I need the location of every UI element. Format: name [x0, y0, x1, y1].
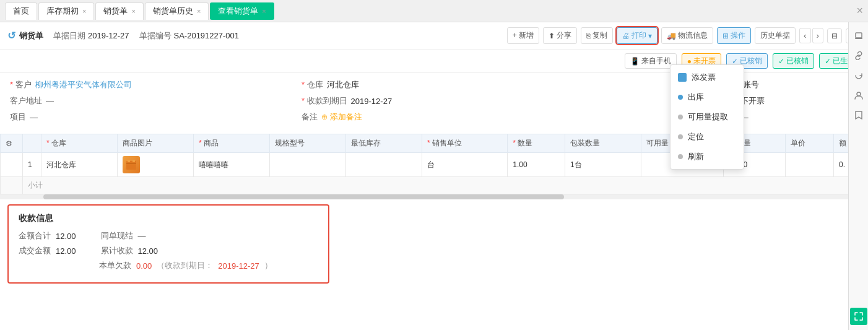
owed-value: 0.00	[136, 261, 152, 271]
share-icon: ⬆	[549, 32, 555, 40]
col-seq	[23, 134, 41, 153]
refresh-icon[interactable]	[850, 67, 867, 84]
address-label: 客户地址	[10, 95, 42, 106]
summary-box: 收款信息 金额合计 12.00 同单现结 — 成交金额 12.00 累计收款 1…	[7, 204, 329, 284]
warehouse-field: 仓库 河北仓库	[302, 79, 566, 90]
payment-due-field: 收款到期日 2019-12-27	[302, 95, 566, 106]
doc-meta: 单据日期 2019-12-27 单据编号 SA-20191227-001	[53, 30, 239, 41]
add-note-button[interactable]: 添加备注	[321, 111, 362, 123]
close-icon[interactable]: ×	[82, 7, 86, 15]
total-amount-value: 12.00	[56, 232, 76, 241]
transaction-value: 12.00	[56, 246, 76, 256]
print-dropdown-arrow: ▾	[648, 32, 652, 40]
col-warehouse: 仓库	[41, 134, 118, 153]
summary-cumulative-payment: 累计收款 12.00	[101, 245, 158, 256]
warehouse-label: 仓库	[302, 79, 323, 90]
row-qty: 1.00	[508, 153, 565, 177]
same-order-label: 同单现结	[101, 230, 133, 241]
operations-button[interactable]: ⊞ 操作	[717, 27, 751, 44]
user-icon[interactable]	[850, 87, 867, 104]
doc-number-label: 单据编号	[139, 30, 171, 41]
project-label: 项目	[10, 111, 26, 123]
doc-number-value: SA-20191227-001	[174, 31, 240, 40]
col-spec: 规格型号	[270, 134, 346, 153]
subtotal-label: 小计	[23, 177, 868, 194]
col-pack-qty: 包装数量	[565, 134, 641, 153]
operations-dropdown: 添发票 出库 可用量提取 定位 刷新	[670, 64, 744, 170]
truck-icon: 🚚	[667, 32, 676, 40]
main-content: ↺ 销货单 单据日期 2019-12-27 单据编号 SA-20191227-0…	[0, 22, 868, 330]
tab-bar-close[interactable]: ×	[856, 4, 863, 17]
logistics-button[interactable]: 🚚 物流信息	[661, 27, 713, 44]
address-value: —	[46, 97, 95, 106]
warehouse-value[interactable]: 河北仓库	[327, 79, 376, 90]
tab-inventory-init[interactable]: 库存期初 ×	[38, 2, 94, 20]
transaction-label: 成交金额	[19, 245, 51, 256]
salesperson2-value: —	[740, 113, 790, 122]
subtotal-row: 小计	[1, 177, 868, 194]
edit-icon[interactable]	[850, 27, 867, 45]
col-qty: 数量	[508, 134, 565, 153]
doc-date-field: 单据日期 2019-12-27	[53, 30, 129, 41]
new-button[interactable]: + 新增	[507, 27, 539, 44]
history-button[interactable]: 历史单据	[755, 27, 796, 44]
already-sold-button[interactable]: ✓ 已核销	[773, 53, 814, 69]
expand-icon[interactable]	[850, 308, 867, 325]
svg-point-6	[857, 92, 861, 96]
check2-icon: ✓	[778, 57, 784, 66]
summary-transaction-amount: 成交金额 12.00	[19, 245, 76, 256]
row-seq: 1	[23, 153, 41, 177]
share-button[interactable]: ⬆ 分享	[543, 27, 577, 44]
doc-title-area: ↺ 销货单	[7, 30, 43, 41]
summary-row-3: 本单欠款 0.00 （收款到期日：2019-12-27）	[19, 260, 318, 271]
tab-view-sales[interactable]: 查看销货单 ×	[210, 2, 274, 20]
customer-value[interactable]: 柳州粤港平安气体有限公司	[35, 79, 132, 90]
dropdown-locate[interactable]: 定位	[671, 127, 744, 147]
available-dot-icon	[678, 115, 683, 119]
copy-button[interactable]: ⎘ 复制	[581, 27, 613, 44]
col-product: 商品	[194, 134, 270, 153]
tab-sales-order-history[interactable]: 销货单历史 ×	[145, 2, 209, 20]
row-product-img	[118, 153, 194, 177]
product-thumbnail	[123, 156, 140, 173]
owed-note: （收款到期日：	[157, 260, 213, 271]
summary-row-2: 成交金额 12.00 累计收款 12.00	[19, 245, 318, 256]
summary-total-amount: 金额合计 12.00	[19, 230, 76, 241]
row-settings	[1, 153, 23, 177]
close-icon[interactable]: ×	[131, 7, 135, 15]
invoice-square-icon	[678, 73, 687, 82]
doc-header: ↺ 销货单 单据日期 2019-12-27 单据编号 SA-20191227-0…	[0, 22, 868, 50]
address-field: 客户地址 —	[10, 95, 275, 106]
refresh-dot-icon	[678, 154, 683, 159]
total-amount-label: 金额合计	[19, 230, 51, 241]
dropdown-refresh[interactable]: 刷新	[671, 147, 744, 167]
link-icon[interactable]	[850, 47, 867, 64]
payment-due-value: 2019-12-27	[351, 97, 401, 106]
summary-title: 收款信息	[19, 213, 318, 224]
tab-home[interactable]: 首页	[5, 2, 37, 20]
locate-dot-icon	[678, 134, 683, 139]
col-min-stock: 最低库存	[346, 134, 422, 153]
dropdown-outbound[interactable]: 出库	[671, 87, 744, 107]
tab-sales-order[interactable]: 销货单 ×	[95, 2, 143, 20]
note-label: 备注	[302, 111, 318, 123]
grid-view-button[interactable]: ⊟	[827, 28, 842, 43]
col-settings[interactable]: ⚙	[1, 134, 23, 153]
dropdown-available-qty[interactable]: 可用量提取	[671, 107, 744, 127]
project-field: 项目 —	[10, 111, 275, 123]
close-icon[interactable]: ×	[262, 7, 266, 15]
dropdown-add-invoice[interactable]: 添发票	[671, 67, 744, 87]
payment-due-label: 收款到期日	[302, 95, 347, 106]
bookmark-icon[interactable]	[850, 106, 867, 124]
close-icon[interactable]: ×	[197, 7, 201, 15]
next-button[interactable]: ›	[812, 28, 823, 43]
right-sidebar	[848, 22, 868, 330]
subtotal-settings	[1, 177, 23, 194]
nav-arrows: ‹ ›	[799, 28, 823, 43]
from-phone-button[interactable]: 📱 来自手机	[625, 53, 677, 69]
note-field: 备注 添加备注	[302, 111, 566, 123]
doc-number-field: 单据编号 SA-20191227-001	[139, 30, 240, 41]
prev-button[interactable]: ‹	[799, 28, 810, 43]
row-product: 嘻嘻嘻嘻	[194, 153, 270, 177]
print-button[interactable]: 🖨 打印 ▾	[617, 27, 658, 44]
